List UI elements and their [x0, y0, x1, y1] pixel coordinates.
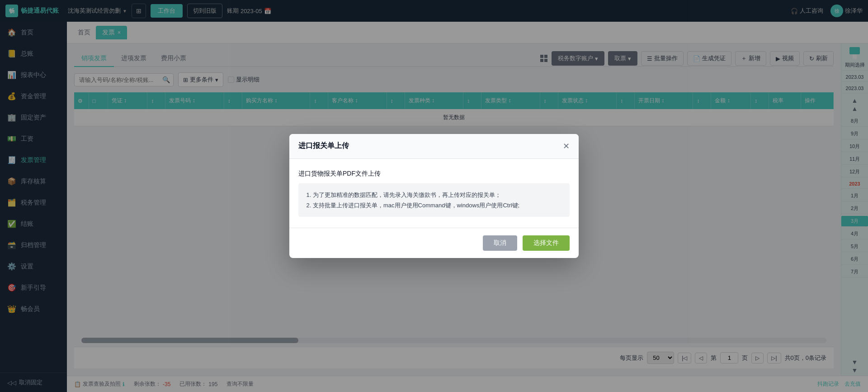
- modal-close-button[interactable]: ✕: [563, 141, 570, 151]
- modal-select-file-button[interactable]: 选择文件: [523, 235, 570, 251]
- modal-info-box: 为了更加精准的数据匹配，请先录入海关缴款书，再上传对应的报关单； 支持批量上传进…: [298, 183, 570, 217]
- modal-footer: 取消 选择文件: [289, 228, 579, 258]
- import-customs-modal: 进口报关单上传 ✕ 进口货物报关单PDF文件上传 为了更加精准的数据匹配，请先录…: [289, 134, 579, 258]
- modal-cancel-button[interactable]: 取消: [483, 235, 517, 251]
- modal-instruction-2: 支持批量上传进口报关单，mac用户使用Command键，windows用户使用C…: [313, 200, 562, 210]
- modal-title: 进口报关单上传: [298, 141, 349, 151]
- modal-instructions-list: 为了更加精准的数据匹配，请先录入海关缴款书，再上传对应的报关单； 支持批量上传进…: [306, 190, 562, 211]
- modal-section-title: 进口货物报关单PDF文件上传: [298, 170, 570, 178]
- modal-overlay: 进口报关单上传 ✕ 进口货物报关单PDF文件上传 为了更加精准的数据匹配，请先录…: [0, 0, 868, 392]
- modal-header: 进口报关单上传 ✕: [289, 134, 579, 159]
- modal-instruction-1: 为了更加精准的数据匹配，请先录入海关缴款书，再上传对应的报关单；: [313, 190, 562, 200]
- modal-body: 进口货物报关单PDF文件上传 为了更加精准的数据匹配，请先录入海关缴款书，再上传…: [289, 159, 579, 228]
